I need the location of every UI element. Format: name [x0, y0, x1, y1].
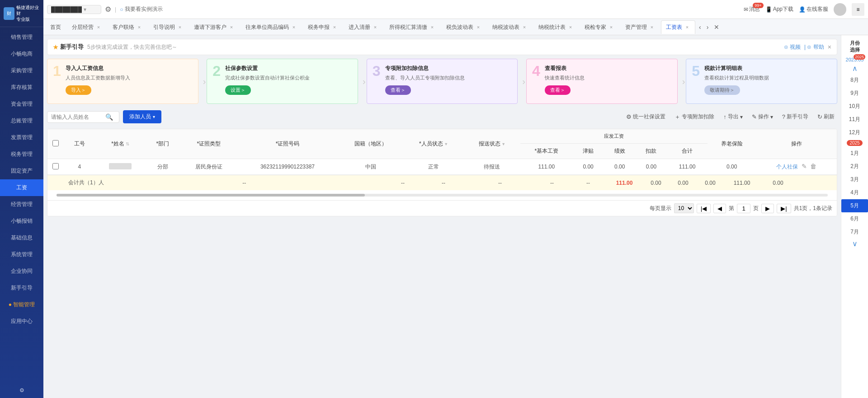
tab-close-invite[interactable]: ×	[228, 24, 235, 30]
tab-tax-wave[interactable]: 纳税波动表×	[487, 20, 533, 34]
tab-customer[interactable]: 客户联络×	[108, 20, 147, 34]
add-employee-btn[interactable]: 添加人员 ▾	[123, 110, 161, 123]
special-deduction-btn[interactable]: ＋ 专项附加扣除	[672, 111, 717, 123]
month-2[interactable]: 2月	[841, 160, 868, 173]
sidebar-item-appstore[interactable]: 应用中心	[0, 313, 43, 330]
tab-close-clearance[interactable]: ×	[372, 24, 378, 30]
sidebar-item-expense[interactable]: 小畅报销	[0, 213, 43, 229]
sidebar-item-collab[interactable]: 企业协同	[0, 263, 43, 280]
month-12[interactable]: 12月	[841, 126, 868, 139]
next-page-btn[interactable]: ▶	[761, 204, 774, 213]
sidebar-item-sales[interactable]: 销售管理	[0, 29, 43, 46]
scroll-thumb[interactable]	[57, 194, 365, 197]
tab-clearance[interactable]: 进入清册×	[344, 20, 383, 34]
step-btn-1[interactable]: 导入＞	[66, 85, 91, 95]
export-btn[interactable]: ↑ 导出 ▾	[721, 111, 745, 122]
demo-btn[interactable]: ○ 我要看实例演示	[120, 5, 163, 13]
page-input[interactable]	[737, 204, 750, 213]
tab-close-payroll[interactable]: ×	[684, 24, 690, 30]
month-1[interactable]: 1月	[841, 147, 868, 160]
tab-guide[interactable]: 引导说明×	[148, 20, 188, 34]
tab-close-customer[interactable]: ×	[136, 24, 142, 30]
tab-close-product-code[interactable]: ×	[291, 24, 297, 30]
year-2025-badge[interactable]: 2025	[847, 140, 862, 146]
sidebar-item-inventory[interactable]: 库存核算	[0, 79, 43, 96]
tab-tax-declare[interactable]: 税务申报×	[303, 20, 343, 34]
month-3[interactable]: 3月	[841, 173, 868, 186]
step-btn-2[interactable]: 设置＞	[225, 85, 251, 95]
step-btn-3[interactable]: 查看＞	[385, 85, 411, 95]
month-panel-year[interactable]: 2023.05 2025	[845, 56, 865, 63]
tab-close-tax-declare[interactable]: ×	[331, 24, 338, 30]
tab-payroll[interactable]: 工资表×	[661, 20, 695, 34]
tab-prev-btn[interactable]: ‹	[696, 22, 704, 33]
row-checkbox[interactable]	[52, 163, 59, 169]
individual-insurance-link[interactable]: 个人社保	[776, 164, 798, 170]
sidebar-item-ai[interactable]: ● 智能管理	[0, 296, 43, 313]
guide-close-btn[interactable]: ×	[828, 43, 831, 51]
avatar[interactable]	[834, 3, 846, 16]
sidebar-item-payroll[interactable]: 工资	[0, 179, 43, 196]
tab-invite[interactable]: 邀请下游客户×	[189, 20, 240, 34]
month-down-btn[interactable]: ∨	[851, 239, 859, 249]
msg-btn[interactable]: ✉ 消息 99+	[744, 5, 760, 13]
th-status[interactable]: *人员状态	[403, 129, 463, 159]
prev-page-btn[interactable]: ◀	[713, 204, 726, 213]
tab-close-hierarchy[interactable]: ×	[95, 24, 102, 30]
horizontal-scrollbar[interactable]	[57, 194, 828, 197]
month-9[interactable]: 9月	[841, 87, 868, 100]
sidebar-item-assets[interactable]: 固定资产	[0, 163, 43, 179]
guide-btn[interactable]: ? 新手引导	[779, 111, 811, 122]
tab-income-tax[interactable]: 所得税汇算清缴×	[384, 20, 440, 34]
tab-close-all-btn[interactable]: ✕	[711, 22, 722, 33]
step-btn-4[interactable]: 查看＞	[545, 85, 571, 95]
tab-close-guide[interactable]: ×	[177, 24, 183, 30]
month-6[interactable]: 6月	[841, 212, 868, 225]
edit-icon[interactable]: ✎	[802, 163, 807, 170]
first-page-btn[interactable]: |◀	[697, 204, 711, 213]
tab-home[interactable]: 首页	[45, 20, 66, 34]
tab-tax-expert[interactable]: 税检专家×	[580, 20, 619, 34]
sidebar-item-basic[interactable]: 基础信息	[0, 229, 43, 246]
sidebar-item-ecommerce[interactable]: 小畅电商	[0, 46, 43, 62]
month-up-btn[interactable]: ∧	[851, 63, 859, 74]
tab-asset[interactable]: 资产管理×	[620, 20, 660, 34]
tab-tax-stat[interactable]: 纳税统计表×	[533, 20, 579, 34]
sidebar-settings-btn[interactable]: ⚙	[0, 383, 43, 398]
month-4[interactable]: 4月	[841, 186, 868, 199]
app-download-btn[interactable]: 📱 App下载	[765, 5, 793, 13]
sidebar-item-operation[interactable]: 经营管理	[0, 196, 43, 213]
th-name[interactable]: *姓名	[95, 129, 146, 159]
search-input[interactable]	[51, 114, 105, 120]
sidebar-item-finance[interactable]: 资金管理	[0, 96, 43, 112]
month-5[interactable]: 5月	[841, 199, 868, 212]
month-7[interactable]: 7月	[841, 225, 868, 239]
sidebar-item-invoice[interactable]: 发票管理	[0, 129, 43, 146]
guide-help-link[interactable]: | ⊙ 帮助	[804, 43, 824, 51]
last-page-btn[interactable]: ▶|	[777, 204, 791, 213]
tab-hierarchy[interactable]: 分层经营×	[67, 20, 107, 34]
tab-tax-burden[interactable]: 税负波动表×	[441, 20, 486, 34]
tab-product-code[interactable]: 往来单位商品编码×	[241, 20, 302, 34]
month-8[interactable]: 8月	[841, 74, 868, 87]
sidebar-item-ledger[interactable]: 总账管理	[0, 112, 43, 129]
tab-close-tax-stat[interactable]: ×	[567, 24, 574, 30]
more-btn[interactable]: ≡	[852, 3, 864, 16]
company-selector[interactable]: ████████ ▾	[47, 5, 101, 14]
page-size-select[interactable]: 10 20 50	[674, 203, 694, 213]
tab-close-tax-expert[interactable]: ×	[608, 24, 614, 30]
online-service-btn[interactable]: 👤 在线客服	[799, 5, 828, 13]
guide-video-link[interactable]: ⊙ 视频	[784, 43, 801, 51]
th-send-status[interactable]: 报送状态	[464, 129, 521, 159]
tab-close-income-tax[interactable]: ×	[429, 24, 435, 30]
month-11[interactable]: 11月	[841, 113, 868, 126]
tab-close-tax-burden[interactable]: ×	[475, 24, 481, 30]
sidebar-item-system[interactable]: 系统管理	[0, 246, 43, 263]
select-all-checkbox[interactable]	[52, 140, 59, 146]
tab-next-btn[interactable]: ›	[704, 22, 712, 33]
tab-close-asset[interactable]: ×	[649, 24, 655, 30]
tab-close-tax-wave[interactable]: ×	[521, 24, 528, 30]
settings-icon[interactable]: ⚙	[105, 5, 111, 14]
sidebar-item-guide[interactable]: 新手引导	[0, 280, 43, 296]
search-icon[interactable]: 🔍	[105, 113, 113, 121]
